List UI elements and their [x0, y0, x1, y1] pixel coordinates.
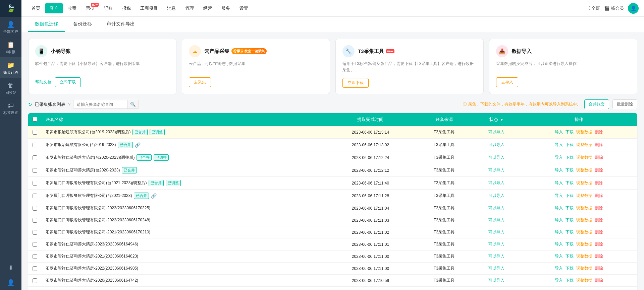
action-调整数据[interactable]: 调整数据 — [576, 155, 592, 160]
action-下载[interactable]: 下载 — [566, 180, 574, 185]
action-调整数据[interactable]: 调整数据 — [576, 142, 592, 147]
action-导入[interactable]: 导入 — [555, 130, 563, 134]
action-删除[interactable]: 删除 — [595, 130, 603, 134]
action-调整数据[interactable]: 调整数据 — [576, 254, 592, 259]
action-下载[interactable]: 下载 — [566, 254, 574, 259]
action-调整数据[interactable]: 调整数据 — [576, 206, 592, 210]
action-导入[interactable]: 导入 — [555, 266, 563, 271]
refresh-icon[interactable]: ↻ — [28, 102, 32, 107]
row-checkbox[interactable] — [33, 278, 37, 283]
nav-manage[interactable]: 管理 — [180, 3, 199, 13]
action-调整数据[interactable]: 调整数据 — [576, 180, 592, 185]
action-下载[interactable]: 下载 — [566, 130, 574, 134]
action-导入[interactable]: 导入 — [555, 206, 563, 210]
nav-business[interactable]: 工商项目 — [136, 3, 162, 13]
action-下载[interactable]: 下载 — [566, 193, 574, 198]
tab-backup-migration[interactable]: 备份迁移 — [66, 17, 99, 32]
row-checkbox[interactable] — [33, 254, 37, 259]
help-icon[interactable]: ? — [68, 102, 70, 107]
action-下载[interactable]: 下载 — [566, 168, 574, 172]
action-删除[interactable]: 删除 — [595, 278, 603, 283]
action-导入[interactable]: 导入 — [555, 230, 563, 234]
xchz-download-btn[interactable]: 立即下载 — [55, 77, 81, 87]
nav-operation[interactable]: 经营 — [199, 3, 217, 13]
nav-tax[interactable]: 报税 — [117, 3, 136, 13]
action-调整数据[interactable]: 调整数据 — [576, 230, 592, 234]
select-all-checkbox[interactable] — [33, 117, 37, 122]
search-btn[interactable]: 🔍 — [127, 100, 139, 108]
row-checkbox[interactable] — [33, 181, 37, 186]
xchz-help-link[interactable]: 帮助文档 — [35, 79, 51, 85]
action-下载[interactable]: 下载 — [566, 266, 574, 271]
action-下载[interactable]: 下载 — [566, 206, 574, 210]
row-checkbox[interactable] — [33, 206, 37, 211]
sidebar-item-recycle[interactable]: 🗑 回收站 — [0, 78, 21, 98]
action-删除[interactable]: 删除 — [595, 218, 603, 222]
action-调整数据[interactable]: 调整数据 — [576, 266, 592, 271]
action-导入[interactable]: 导入 — [555, 254, 563, 259]
sidebar-item-label-settings[interactable]: 🏷 标签设置 — [0, 98, 21, 118]
action-导入[interactable]: 导入 — [555, 168, 563, 172]
tab-audit-export[interactable]: 审计文件导出 — [100, 17, 142, 32]
member-btn[interactable]: 🎬 畅会员 — [604, 5, 624, 11]
row-checkbox[interactable] — [33, 194, 37, 198]
action-导入[interactable]: 导入 — [555, 180, 563, 185]
action-导入[interactable]: 导入 — [555, 218, 563, 222]
user-avatar[interactable]: 👤 — [628, 3, 639, 14]
action-导入[interactable]: 导入 — [555, 155, 563, 160]
row-checkbox[interactable] — [33, 242, 37, 247]
sidebar-item-account-migration[interactable]: 📁 账套迁移 — [0, 58, 21, 78]
nav-settings[interactable]: 设置 — [235, 3, 253, 13]
action-下载[interactable]: 下载 — [566, 230, 574, 234]
action-导入[interactable]: 导入 — [555, 142, 563, 147]
sidebar-item-zero-report[interactable]: 📋 0申报 — [0, 37, 21, 58]
action-删除[interactable]: 删除 — [595, 242, 603, 246]
batch-delete-btn[interactable]: 批量删除 — [612, 99, 637, 109]
row-checkbox[interactable] — [33, 143, 37, 147]
col-status[interactable]: 状态 ▼ — [473, 113, 521, 126]
merge-accounts-btn[interactable]: 合并账套 — [584, 99, 609, 109]
action-删除[interactable]: 删除 — [595, 254, 603, 259]
sidebar-item-all-clients[interactable]: 👤 全部客户 — [0, 17, 21, 37]
action-下载[interactable]: 下载 — [566, 278, 574, 283]
action-删除[interactable]: 删除 — [595, 230, 603, 234]
action-下载[interactable]: 下载 — [566, 155, 574, 160]
action-下载[interactable]: 下载 — [566, 142, 574, 147]
sidebar-user-btn[interactable]: 👤 — [0, 275, 21, 290]
row-checkbox[interactable] — [33, 230, 37, 235]
row-checkbox[interactable] — [33, 168, 37, 173]
action-删除[interactable]: 删除 — [595, 206, 603, 210]
action-下载[interactable]: 下载 — [566, 242, 574, 246]
action-删除[interactable]: 删除 — [595, 142, 603, 147]
row-checkbox[interactable] — [33, 130, 37, 135]
action-导入[interactable]: 导入 — [555, 278, 563, 283]
action-调整数据[interactable]: 调整数据 — [576, 278, 592, 283]
action-导入[interactable]: 导入 — [555, 193, 563, 198]
import-go-btn[interactable]: 去导入 — [496, 77, 518, 87]
row-checkbox[interactable] — [33, 266, 37, 271]
nav-service[interactable]: 服务 — [217, 3, 235, 13]
nav-client[interactable]: 客户 — [45, 3, 63, 13]
action-调整数据[interactable]: 调整数据 — [576, 193, 592, 198]
action-下载[interactable]: 下载 — [566, 218, 574, 222]
cloud-collect-btn[interactable]: 去采集 — [189, 77, 211, 87]
sidebar-download-btn[interactable]: ⬇ — [0, 261, 21, 275]
nav-message[interactable]: 消息 — [162, 3, 180, 13]
action-导入[interactable]: 导入 — [555, 242, 563, 246]
action-删除[interactable]: 删除 — [595, 168, 603, 172]
action-调整数据[interactable]: 调整数据 — [576, 218, 592, 222]
search-input[interactable] — [73, 100, 127, 108]
action-删除[interactable]: 删除 — [595, 193, 603, 198]
nav-fee[interactable]: 收费 — [63, 3, 81, 13]
row-checkbox[interactable] — [33, 218, 37, 223]
action-调整数据[interactable]: 调整数据 — [576, 168, 592, 172]
nav-invoice[interactable]: 票据 new — [81, 3, 99, 13]
fullscreen-btn[interactable]: ⛶ 全屏 — [586, 5, 600, 11]
nav-home[interactable]: 首页 — [27, 3, 45, 13]
tab-data-migration[interactable]: 数据包迁移 — [28, 17, 65, 32]
action-调整数据[interactable]: 调整数据 — [576, 130, 592, 134]
action-调整数据[interactable]: 调整数据 — [576, 242, 592, 246]
action-删除[interactable]: 删除 — [595, 266, 603, 271]
nav-accounting[interactable]: 记账 — [99, 3, 117, 13]
action-删除[interactable]: 删除 — [595, 155, 603, 160]
